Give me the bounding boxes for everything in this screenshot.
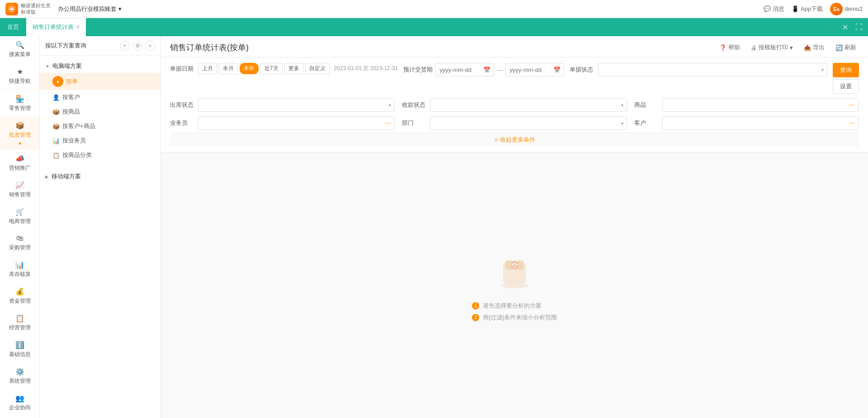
date-buttons: 上月 本月 本年 近7天 更多 自定义	[198, 63, 330, 74]
sidebar-item-retail-mgmt[interactable]: 🏪 零售管理	[0, 90, 39, 117]
expected-date-from[interactable]	[435, 63, 494, 76]
sidebar-item-sales-mgmt[interactable]: 📈 销售管理	[0, 176, 39, 203]
tree-parent-pc-plans[interactable]: ▼ 电脑端方案	[40, 59, 160, 73]
message-btn[interactable]: 💬 消息	[764, 5, 784, 13]
chevron-down-icon: ▾	[118, 5, 122, 12]
this-month-btn[interactable]: 本月	[219, 63, 238, 74]
salesperson-dots-icon[interactable]: ···	[385, 119, 391, 127]
tab-home[interactable]: 首页	[0, 18, 26, 36]
page-header: 销售订单统计表(按单) ❓ 帮助 🖨 按模板打印 ▾ 📤 导出	[161, 36, 868, 57]
pay-status-select[interactable]	[430, 98, 627, 112]
status-group: 单据状态 ▾	[570, 63, 827, 76]
sidebar-section-top: 🔍 搜索菜单 ★ 快捷导航	[0, 36, 39, 90]
message-icon: 💬	[764, 5, 771, 12]
goods-dots-icon[interactable]: ···	[849, 101, 855, 109]
wholesale-icon: 📦	[15, 121, 24, 130]
pay-status-label: 收款状态	[402, 101, 427, 109]
collapse-more-btn[interactable]: ∧ 收起更多条件	[170, 133, 859, 147]
tree-collapse-icon: ▶	[45, 174, 49, 179]
print-btn[interactable]: 🖨 按模板打印 ▾	[748, 42, 796, 53]
empty-state: 1 请先选择要分析的方案 2 用[过滤]条件来缩小分析范围	[161, 152, 868, 418]
workspace-selector[interactable]: 办公用品行业模拟账套 ▾	[54, 3, 125, 15]
expected-date-to[interactable]	[505, 63, 564, 76]
tree-group-mobile: ▶ 移动端方案	[40, 166, 160, 187]
tree-child-by-salesperson[interactable]: 📊 按业务员	[40, 133, 160, 148]
sidebar-item-quick-nav[interactable]: ★ 快捷导航	[0, 63, 39, 90]
status-select[interactable]	[598, 63, 827, 76]
purchase-icon: 🛍	[16, 234, 24, 242]
expected-date-group: 预计交货期 📅 — 📅	[403, 63, 564, 76]
app-download-btn[interactable]: 📱 App下载	[792, 5, 823, 13]
tree-parent-mobile-plans[interactable]: ▶ 移动端方案	[40, 170, 160, 183]
query-btn[interactable]: 查询	[833, 63, 859, 77]
customer-input[interactable]	[662, 116, 859, 130]
sidebar-item-search-menu[interactable]: 🔍 搜索菜单	[0, 36, 39, 63]
empty-tips: 1 请先选择要分析的方案 2 用[过滤]条件来缩小分析范围	[472, 302, 557, 322]
sidebar-item-basic-info[interactable]: ℹ️ 基础信息	[0, 336, 39, 363]
marketing-icon: 📣	[15, 154, 24, 163]
pay-status-group: 收款状态 ▾	[402, 98, 627, 112]
retail-icon: 🏪	[15, 95, 24, 103]
tab-sales-order[interactable]: 销售订单统计表 ×	[26, 18, 86, 36]
salesperson-group: 业务员 ···	[170, 116, 395, 130]
inventory-icon: 📊	[15, 261, 24, 269]
collapse-arrow-icon: ▲	[18, 140, 23, 145]
tab-close-icon[interactable]: ×	[76, 24, 80, 30]
sidebar-item-ecomm-mgmt[interactable]: 🛒 电商管理	[0, 203, 39, 230]
tree-child-by-product[interactable]: 📦 按商品	[40, 104, 160, 119]
customer-dots-icon[interactable]: ···	[849, 119, 855, 127]
tree-child-by-category[interactable]: 📋 按商品分类	[40, 148, 160, 162]
dept-select[interactable]	[430, 116, 627, 130]
settings-btn[interactable]: 设置	[833, 79, 859, 94]
refresh-icon: 🔄	[835, 44, 843, 51]
tab-bar-right: ✕ ⛶	[840, 21, 868, 33]
tree-child-by-cust-prod[interactable]: 📦 按客户+商品	[40, 119, 160, 133]
svg-point-5	[513, 263, 514, 265]
help-btn[interactable]: ❓ 帮助	[717, 42, 743, 53]
logo-area: 畅捷通好生意 标准版	[5, 3, 51, 15]
status-label: 单据状态	[570, 66, 595, 74]
sidebar-item-marketing[interactable]: 📣 营销推广	[0, 150, 39, 176]
sidebar: 🔍 搜索菜单 ★ 快捷导航 🏪 零售管理 📦 批发管理 ▲ 📣 营销推广 📈 销…	[0, 36, 40, 418]
panel-collapse-btn[interactable]: «	[145, 41, 155, 51]
user-profile[interactable]: Ea demo2	[830, 3, 863, 15]
sidebar-item-purchase-mgmt[interactable]: 🛍 采购管理	[0, 230, 39, 256]
panel-add-btn[interactable]: +	[120, 41, 130, 51]
tree-child-by-customer[interactable]: 👤 按客户	[40, 90, 160, 104]
print-arrow-icon: ▾	[790, 44, 793, 51]
custom-btn[interactable]: 自定义	[305, 63, 330, 74]
sidebar-item-enterprise[interactable]: 👥 企业协同	[0, 390, 39, 416]
last-month-btn[interactable]: 上月	[198, 63, 217, 74]
ecomm-icon: 🛒	[15, 208, 24, 216]
top-bar-right: 💬 消息 📱 App下载 Ea demo2	[764, 3, 863, 15]
ship-status-select[interactable]	[198, 98, 395, 112]
panel-settings-btn[interactable]: ⚙	[132, 41, 142, 51]
sidebar-item-wholesale-mgmt[interactable]: 📦 批发管理 ▲	[0, 117, 39, 150]
tree-group-pc: ▼ 电脑端方案 ● 按单 👤 按客户 📦 按商品	[40, 56, 160, 166]
sidebar-item-finance[interactable]: 💰 资金管理	[0, 283, 39, 309]
empty-illustration	[492, 249, 537, 294]
content-area: 按以下方案查询 + ⚙ « ▼ 电脑端方案	[40, 36, 868, 418]
this-year-btn[interactable]: 本年	[240, 63, 259, 74]
logo-icon	[5, 3, 18, 15]
category-icon: 📋	[52, 152, 60, 159]
sidebar-item-business[interactable]: 📋 经营管理	[0, 309, 39, 336]
dept-label: 部门	[402, 119, 427, 127]
salesperson-input[interactable]	[198, 116, 395, 130]
export-btn[interactable]: 📤 导出	[801, 42, 827, 53]
tree-child-by-order[interactable]: ● 按单	[40, 73, 160, 90]
window-close-btn[interactable]: ✕	[840, 21, 850, 33]
goods-label: 商品	[634, 101, 660, 109]
last-7-btn[interactable]: 近7天	[260, 63, 283, 74]
sidebar-item-inventory[interactable]: 📊 库存核算	[0, 256, 39, 283]
window-maximize-btn[interactable]: ⛶	[854, 21, 864, 33]
more-btn[interactable]: 更多	[284, 63, 303, 74]
goods-input[interactable]	[662, 98, 859, 112]
sidebar-item-system[interactable]: ⚙️ 系统管理	[0, 363, 39, 390]
finance-icon: 💰	[15, 287, 24, 296]
customer-icon: 👤	[52, 94, 60, 101]
refresh-btn[interactable]: 🔄 刷新	[833, 42, 859, 53]
empty-tip-2: 2 用[过滤]条件来缩小分析范围	[472, 314, 557, 322]
date-label: 单据日期	[170, 65, 195, 73]
sidebar-item-new-guide[interactable]: 🆕 新手引导	[0, 416, 39, 418]
